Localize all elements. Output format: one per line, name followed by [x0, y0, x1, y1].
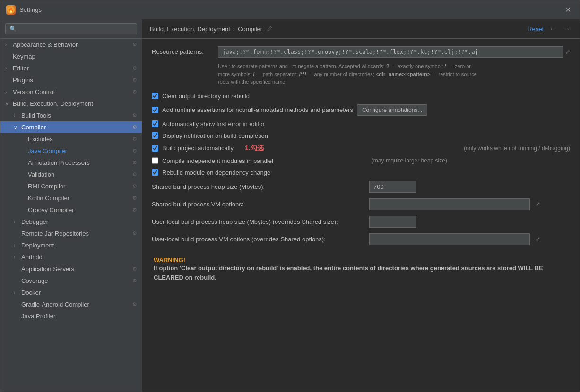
settings-icon: ⚙: [132, 230, 137, 237]
breadcrumb: Build, Execution, Deployment › Compiler …: [142, 19, 580, 39]
sidebar-item-docker[interactable]: › Docker: [0, 287, 142, 298]
expand-icon[interactable]: ⤢: [536, 236, 540, 242]
display-notification-checkbox[interactable]: [152, 132, 158, 139]
sidebar-item-label: Java Compiler: [28, 147, 67, 154]
clear-output-label: Clear output directory on rebuild: [162, 93, 250, 100]
resource-patterns-row: Resource patterns: ⤢: [152, 46, 570, 58]
user-heap-input[interactable]: [369, 216, 416, 228]
sidebar-item-app-servers[interactable]: Application Servers ⚙: [0, 263, 142, 275]
settings-icon: ⚙: [132, 89, 137, 95]
breadcrumb-icon[interactable]: 🖊: [267, 26, 272, 32]
search-input[interactable]: [5, 23, 137, 34]
rebuild-module-checkbox[interactable]: [152, 169, 158, 176]
rebuild-module-row: Rebuild module on dependency change: [152, 169, 570, 176]
main-panel: Build, Execution, Deployment › Compiler …: [142, 19, 580, 392]
sidebar-item-label: Plugins: [13, 77, 33, 84]
sidebar-item-plugins[interactable]: Plugins ⚙: [0, 74, 142, 86]
close-button[interactable]: ✕: [562, 4, 574, 15]
sidebar-item-label: Android: [21, 254, 43, 261]
sidebar-item-label: Coverage: [21, 277, 48, 284]
warning-text: If option 'Clear output directory on reb…: [154, 264, 568, 283]
sidebar-item-java-profiler[interactable]: Java Profiler: [0, 310, 142, 322]
sidebar-item-validation[interactable]: Validation ⚙: [0, 169, 142, 180]
settings-icon: ⚙: [132, 183, 137, 189]
auto-show-error-label: Automatically show first error in editor: [162, 120, 265, 128]
user-vm-input[interactable]: [369, 233, 530, 245]
breadcrumb-parent: Build, Execution, Deployment: [150, 26, 230, 33]
arrow-icon: ›: [14, 113, 19, 118]
settings-window: 🔥 Settings ✕ › Appearance & Behavior ⚙ K…: [0, 0, 580, 392]
configure-annotations-button[interactable]: Configure annotations...: [357, 104, 427, 116]
arrow-icon: ›: [14, 255, 19, 260]
sidebar-item-label: Groovy Compiler: [28, 206, 74, 213]
sidebar-item-label: Validation: [28, 171, 54, 178]
shared-heap-label: Shared build process heap size (Mbytes):: [152, 183, 364, 190]
build-auto-label: Build project automatically: [162, 145, 234, 152]
sidebar-item-label: Debugger: [21, 218, 48, 225]
shared-heap-input[interactable]: [369, 181, 416, 193]
build-auto-row: Build project automatically 1.勾选 (only w…: [152, 144, 570, 153]
window-title: Settings: [19, 6, 558, 13]
sidebar-item-label: Version Control: [13, 88, 55, 95]
settings-icon: ⚙: [132, 266, 137, 272]
shared-vm-label: Shared build process VM options:: [152, 201, 364, 208]
sidebar: › Appearance & Behavior ⚙ Keymap › Edito…: [0, 19, 142, 392]
build-auto-checkbox[interactable]: [152, 145, 158, 152]
settings-icon: ⚙: [132, 301, 137, 307]
expand-icon[interactable]: ⤢: [565, 49, 570, 55]
sidebar-item-coverage[interactable]: Coverage ⚙: [0, 275, 142, 287]
clear-output-checkbox[interactable]: [152, 93, 158, 99]
clear-output-row: Clear output directory on rebuild: [152, 93, 570, 100]
settings-icon: ⚙: [132, 148, 137, 154]
breadcrumb-separator: ›: [233, 26, 235, 33]
compile-parallel-checkbox[interactable]: [152, 157, 158, 164]
sidebar-item-kotlin-compiler[interactable]: Kotlin Compiler ⚙: [0, 192, 142, 204]
display-notification-label: Display notification on build completion: [162, 132, 268, 139]
sidebar-item-editor[interactable]: › Editor ⚙: [0, 62, 142, 74]
sidebar-item-label: Keymap: [13, 53, 35, 60]
compile-parallel-label: Compile independent modules in parallel: [162, 157, 273, 164]
settings-icon: ⚙: [132, 136, 137, 142]
add-runtime-checkbox[interactable]: [152, 107, 158, 113]
settings-icon: ⚙: [132, 278, 137, 284]
arrow-icon: ›: [5, 66, 11, 71]
sidebar-item-remote-jar[interactable]: Remote Jar Repositories ⚙: [0, 228, 142, 239]
sidebar-item-label: Annotation Processors: [28, 159, 90, 166]
sidebar-item-groovy-compiler[interactable]: Groovy Compiler ⚙: [0, 204, 142, 216]
settings-icon: ⚙: [132, 65, 137, 71]
warning-box: WARNING! If option 'Clear output directo…: [152, 251, 570, 289]
sidebar-item-label: RMI Compiler: [28, 183, 65, 190]
expand-icon[interactable]: ⤢: [536, 201, 540, 207]
sidebar-item-keymap[interactable]: Keymap: [0, 51, 142, 62]
reset-button[interactable]: Reset: [528, 26, 544, 33]
sidebar-item-deployment[interactable]: › Deployment: [0, 239, 142, 251]
sidebar-item-label: Docker: [21, 289, 41, 296]
titlebar: 🔥 Settings ✕: [0, 0, 580, 19]
sidebar-item-annotation-processors[interactable]: Annotation Processors ⚙: [0, 157, 142, 169]
sidebar-item-android[interactable]: › Android: [0, 251, 142, 263]
sidebar-item-excludes[interactable]: Excludes ⚙: [0, 133, 142, 145]
sidebar-item-gradle-android[interactable]: Gradle-Android Compiler ⚙: [0, 298, 142, 310]
sidebar-item-build-exec-deploy[interactable]: ∨ Build, Execution, Deployment: [0, 98, 142, 110]
auto-show-error-checkbox[interactable]: [152, 120, 158, 127]
sidebar-item-label: Gradle-Android Compiler: [21, 301, 89, 308]
resource-patterns-input[interactable]: [218, 46, 563, 58]
sidebar-item-rmi-compiler[interactable]: RMI Compiler ⚙: [0, 180, 142, 192]
back-button[interactable]: ←: [547, 24, 558, 34]
sidebar-item-label: Application Servers: [21, 265, 74, 273]
sidebar-item-appearance[interactable]: › Appearance & Behavior ⚙: [0, 39, 142, 51]
rebuild-module-label: Rebuild module on dependency change: [162, 169, 270, 176]
settings-icon: ⚙: [132, 195, 137, 201]
sidebar-item-version-control[interactable]: › Version Control ⚙: [0, 86, 142, 98]
sidebar-item-compiler[interactable]: ∨ Compiler ⚙: [0, 121, 142, 133]
sidebar-item-java-compiler[interactable]: Java Compiler ⚙: [0, 145, 142, 157]
forward-button[interactable]: →: [562, 24, 572, 34]
arrow-icon: ›: [14, 219, 19, 224]
user-vm-row: User-local build process VM options (ove…: [152, 233, 570, 245]
shared-vm-input[interactable]: [369, 198, 530, 210]
sidebar-item-debugger[interactable]: › Debugger: [0, 216, 142, 228]
arrow-icon: ›: [5, 42, 11, 47]
user-vm-label: User-local build process VM options (ove…: [152, 236, 364, 243]
sidebar-item-build-tools[interactable]: › Build Tools ⚙: [0, 110, 142, 121]
sidebar-item-label: Java Profiler: [21, 313, 55, 320]
